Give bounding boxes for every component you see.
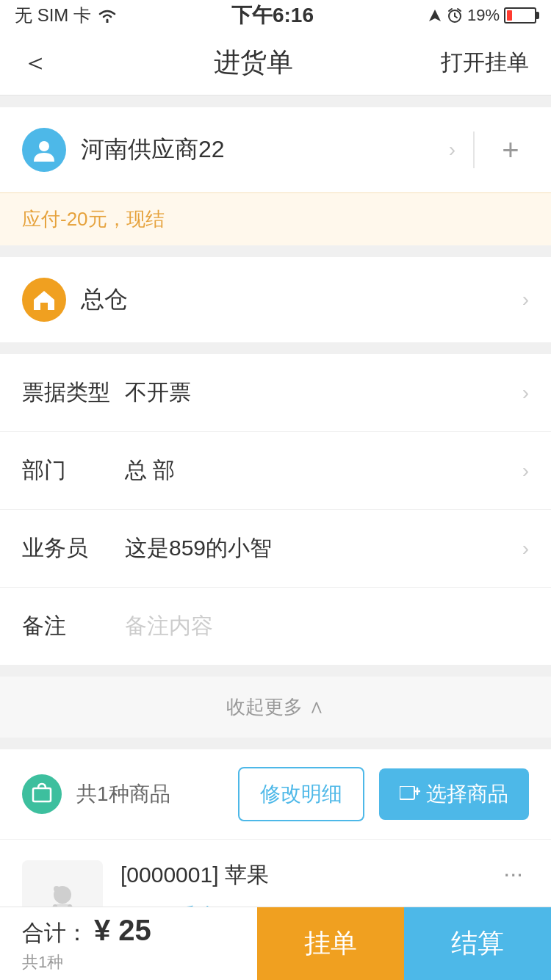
cart-icon <box>30 782 54 806</box>
battery-icon <box>504 7 536 24</box>
wifi-icon <box>97 8 118 23</box>
department-label: 部门 <box>22 455 125 486</box>
form-row-remark[interactable]: 备注 备注内容 <box>0 588 551 665</box>
bottom-bar: 合计： ¥ 25 共1种 挂单 结算 <box>0 907 551 980</box>
page-title: 进货单 <box>214 45 293 81</box>
status-bar-right: 19% <box>428 6 536 25</box>
svg-rect-2 <box>40 303 48 310</box>
product-title: 苹果 <box>225 862 269 887</box>
svg-point-6 <box>54 886 60 892</box>
warehouse-icon <box>22 278 66 322</box>
supplier-alert: 应付-20元，现结 <box>0 192 551 245</box>
supplier-divider <box>473 131 475 168</box>
invoice-value: 不开票 <box>125 378 522 408</box>
product-count-icon <box>22 774 62 814</box>
form-row-invoice[interactable]: 票据类型 不开票 › <box>0 354 551 432</box>
supplier-avatar <box>22 128 66 172</box>
total-main: 合计： ¥ 25 <box>22 914 235 948</box>
form-row-department[interactable]: 部门 总 部 › <box>0 432 551 510</box>
total-sub: 共1种 <box>22 951 235 973</box>
department-value: 总 部 <box>125 455 522 486</box>
total-label: 合计： <box>22 918 88 948</box>
remark-value[interactable]: 备注内容 <box>125 611 529 641</box>
main-content: 河南供应商22 › + 应付-20元，现结 总仓 › 票据类型 不开票 › <box>0 107 551 980</box>
department-chevron-icon: › <box>522 459 529 483</box>
settle-button[interactable]: 结算 <box>404 907 551 980</box>
nav-bar: ＜ 进货单 打开挂单 <box>0 31 551 96</box>
supplier-name: 河南供应商22 <box>81 134 449 166</box>
location-icon <box>428 8 442 23</box>
warehouse-name: 总仓 <box>81 284 522 316</box>
pending-button[interactable]: 挂单 <box>257 907 404 980</box>
invoice-chevron-icon: › <box>522 381 529 405</box>
warehouse-chevron-icon: › <box>522 288 529 311</box>
battery-percent: 19% <box>467 6 500 25</box>
back-button[interactable]: ＜ <box>22 45 66 81</box>
supplier-row[interactable]: 河南供应商22 › + <box>0 107 551 192</box>
collapse-button[interactable]: 收起更多 ∧ <box>0 677 551 738</box>
home-icon <box>31 287 57 313</box>
remark-label: 备注 <box>22 611 125 641</box>
svg-rect-4 <box>400 786 414 799</box>
select-product-label: 选择商品 <box>426 780 508 808</box>
open-pending-button[interactable]: 打开挂单 <box>441 48 529 78</box>
edit-detail-button[interactable]: 修改明细 <box>238 767 364 821</box>
form-row-salesperson[interactable]: 业务员 这是859的小智 › <box>0 510 551 588</box>
bottom-total: 合计： ¥ 25 共1种 <box>0 907 257 980</box>
total-amount: ¥ 25 <box>94 914 151 947</box>
status-bar-time: 下午6:16 <box>231 1 314 29</box>
salesperson-value: 这是859的小智 <box>125 533 522 563</box>
invoice-label: 票据类型 <box>22 378 125 408</box>
product-count-text: 共1种商品 <box>76 780 223 808</box>
status-bar-left: 无 SIM 卡 <box>15 4 118 27</box>
collapse-label: 收起更多 ∧ <box>226 694 324 720</box>
product-name: [0000001] 苹果 <box>120 860 480 890</box>
select-product-icon <box>400 786 420 802</box>
select-product-button[interactable]: 选择商品 <box>379 768 529 820</box>
form-card: 票据类型 不开票 › 部门 总 部 › 业务员 这是859的小智 › 备注 备注… <box>0 354 551 665</box>
warehouse-row[interactable]: 总仓 › <box>0 257 551 342</box>
alarm-icon <box>447 7 463 24</box>
svg-point-1 <box>39 141 49 151</box>
products-header: 共1种商品 修改明细 选择商品 <box>0 749 551 839</box>
salesperson-chevron-icon: › <box>522 537 529 561</box>
supplier-card: 河南供应商22 › + 应付-20元，现结 <box>0 107 551 245</box>
svg-rect-3 <box>33 788 51 801</box>
person-icon <box>31 137 57 163</box>
status-bar: 无 SIM 卡 下午6:16 19% <box>0 0 551 31</box>
product-more-button[interactable]: ··· <box>497 860 529 887</box>
supplier-chevron-icon: › <box>449 138 455 162</box>
add-supplier-button[interactable]: + <box>492 134 529 167</box>
sim-status: 无 SIM 卡 <box>15 4 91 27</box>
warehouse-card: 总仓 › <box>0 257 551 342</box>
salesperson-label: 业务员 <box>22 533 125 563</box>
product-code: [0000001] <box>120 862 225 887</box>
collapse-card: 收起更多 ∧ <box>0 677 551 738</box>
